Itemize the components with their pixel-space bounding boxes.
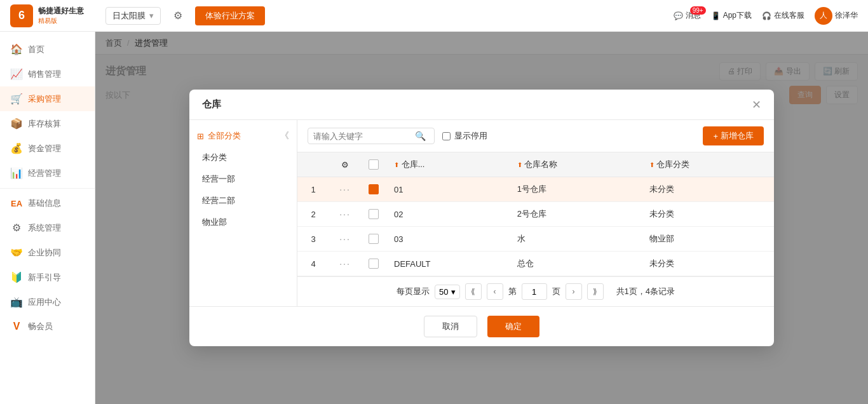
- sidebar-item-home[interactable]: 🏠 首页: [0, 37, 95, 62]
- row-actions[interactable]: ···: [329, 252, 361, 276]
- user-button[interactable]: 人 徐泽华: [815, 7, 858, 25]
- prev-page-button[interactable]: ‹: [487, 283, 503, 300]
- online-service-button[interactable]: 🎧 在线客服: [762, 10, 804, 21]
- all-categories[interactable]: ⊞ 全部分类: [197, 130, 241, 142]
- row-checkbox-cell[interactable]: [361, 227, 386, 252]
- search-icon[interactable]: 🔍: [415, 131, 426, 141]
- cat-item-unclassified[interactable]: 未分类: [189, 147, 297, 168]
- try-industry-button[interactable]: 体验行业方案: [195, 6, 265, 25]
- row-checkbox-cell[interactable]: [361, 202, 386, 227]
- header-right: 💬 消息 99+ 📱 App下载 🎧 在线客服 人 徐泽华: [674, 7, 858, 25]
- row-name: 2号仓库: [510, 202, 642, 227]
- page-input[interactable]: [522, 283, 547, 300]
- last-page-button[interactable]: ⟫: [587, 283, 604, 300]
- per-page-select[interactable]: 50 ▾: [435, 285, 459, 299]
- table-wrap: ⚙ ⬆ 仓库...: [297, 152, 774, 276]
- settings-button[interactable]: ⚙: [168, 6, 187, 25]
- row-index: 3: [297, 227, 329, 252]
- first-page-button[interactable]: ⟪: [465, 283, 482, 300]
- sidebar-item-system[interactable]: ⚙ 系统管理: [0, 215, 95, 240]
- cat-item-ops1[interactable]: 经营一部: [189, 168, 297, 190]
- table-body: 1 ··· 01 1号仓库 未分类 2 ··· 02 2号仓库 未分类 3 ··…: [297, 177, 774, 276]
- modal-close-button[interactable]: ✕: [752, 99, 761, 111]
- enterprise-icon: 🤝: [10, 246, 23, 259]
- row-checkbox[interactable]: [369, 184, 379, 194]
- table-header-row: ⚙ ⬆ 仓库...: [297, 152, 774, 177]
- sidebar-item-vip[interactable]: V 畅会员: [0, 314, 95, 339]
- gear-icon: ⚙: [173, 10, 182, 22]
- sidebar-item-label: 首页: [28, 44, 44, 55]
- sidebar-item-label: 应用中心: [28, 297, 61, 308]
- per-page-label: 每页显示: [397, 286, 430, 297]
- search-input-wrap[interactable]: 🔍: [308, 128, 435, 144]
- message-icon: 💬: [674, 11, 683, 20]
- th-category-label: 仓库分类: [656, 159, 689, 169]
- operations-icon: 📊: [10, 167, 23, 179]
- category-header: ⊞ 全部分类 《: [189, 125, 297, 147]
- logo-area: 6 畅捷通好生意 精易版: [10, 4, 105, 27]
- row-actions[interactable]: ···: [329, 177, 361, 202]
- sidebar-item-label: 基础信息: [28, 198, 61, 209]
- app-center-icon: 📺: [10, 296, 23, 308]
- row-checkbox[interactable]: [369, 259, 379, 269]
- th-code-label: 仓库...: [402, 159, 425, 169]
- modal-title: 仓库: [202, 98, 221, 111]
- show-disabled-wrap: 显示停用: [442, 130, 487, 142]
- confirm-button[interactable]: 确定: [487, 316, 539, 337]
- row-checkbox[interactable]: [369, 209, 379, 219]
- plus-icon: +: [713, 131, 718, 141]
- new-warehouse-button[interactable]: + 新增仓库: [703, 126, 764, 145]
- finance-icon: 💰: [10, 142, 23, 154]
- cat-item-ops2[interactable]: 经营二部: [189, 190, 297, 212]
- sidebar-item-app-center[interactable]: 📺 应用中心: [0, 290, 95, 314]
- th-category: ⬆ 仓库分类: [642, 152, 774, 177]
- logo-icon: 6: [10, 4, 33, 27]
- next-page-button[interactable]: ›: [566, 283, 582, 300]
- row-actions[interactable]: ···: [329, 202, 361, 227]
- more-icon: ···: [339, 209, 351, 219]
- row-checkbox-cell[interactable]: [361, 177, 386, 202]
- sidebar-divider: [0, 188, 95, 189]
- sidebar-item-sales[interactable]: 📈 销售管理: [0, 62, 95, 86]
- table-row[interactable]: 3 ··· 03 水 物业部: [297, 227, 774, 252]
- cat-item-property[interactable]: 物业部: [189, 212, 297, 233]
- search-input[interactable]: [313, 131, 415, 141]
- row-actions[interactable]: ···: [329, 227, 361, 252]
- th-check: [361, 152, 386, 177]
- show-disabled-checkbox[interactable]: [442, 132, 451, 140]
- sidebar-item-finance[interactable]: 💰 资金管理: [0, 136, 95, 161]
- table-row[interactable]: 4 ··· DEFAULT 总仓 未分类: [297, 252, 774, 276]
- pagination: 每页显示 50 ▾ ⟪ ‹ 第 页 › ⟫ 共1页: [297, 276, 774, 306]
- all-categories-label: 全部分类: [208, 130, 241, 142]
- collapse-button[interactable]: 《: [280, 130, 289, 142]
- sort-icon: ⬆: [517, 161, 522, 168]
- table-row[interactable]: 2 ··· 02 2号仓库 未分类: [297, 202, 774, 227]
- sidebar-item-enterprise[interactable]: 🤝 企业协同: [0, 240, 95, 265]
- main-layout: 🏠 首页 📈 销售管理 🛒 采购管理 📦 库存核算 💰 资金管理 📊 经营管理 …: [0, 32, 868, 404]
- inventory-icon: 📦: [10, 118, 23, 130]
- sidebar: 🏠 首页 📈 销售管理 🛒 采购管理 📦 库存核算 💰 资金管理 📊 经营管理 …: [0, 32, 95, 404]
- sidebar-item-operations[interactable]: 📊 经营管理: [0, 161, 95, 185]
- page-label: 第: [508, 286, 517, 297]
- content-area: 首页 / 进货管理 进货管理 🖨 打印 📤 导出 🔄 刷新 按以下 查询 设置: [95, 32, 868, 404]
- row-checkbox[interactable]: [369, 234, 379, 244]
- sidebar-item-guide[interactable]: 🔰 新手引导: [0, 265, 95, 290]
- gear-icon: ⚙: [341, 160, 349, 170]
- th-name-label: 仓库名称: [524, 159, 557, 169]
- app-label: App下载: [723, 10, 752, 21]
- modal-body: ⊞ 全部分类 《 未分类 经营一部 经营二部 物业部: [189, 120, 774, 306]
- service-label: 在线客服: [774, 10, 804, 21]
- cancel-button[interactable]: 取消: [424, 316, 477, 337]
- row-checkbox-cell[interactable]: [361, 252, 386, 276]
- th-name: ⬆ 仓库名称: [510, 152, 642, 177]
- sidebar-item-inventory[interactable]: 📦 库存核算: [0, 111, 95, 136]
- sidebar-item-basic-info[interactable]: EA 基础信息: [0, 191, 95, 215]
- message-button[interactable]: 💬 消息 99+: [674, 10, 701, 21]
- sidebar-item-purchase[interactable]: 🛒 采购管理: [0, 86, 95, 111]
- app-download-button[interactable]: 📱 App下载: [711, 10, 752, 21]
- store-name: 日太阳膜: [112, 10, 146, 22]
- select-all-checkbox[interactable]: [369, 159, 379, 170]
- store-selector[interactable]: 日太阳膜 ▾: [105, 7, 161, 25]
- table-row[interactable]: 1 ··· 01 1号仓库 未分类: [297, 177, 774, 202]
- purchase-icon: 🛒: [10, 93, 23, 105]
